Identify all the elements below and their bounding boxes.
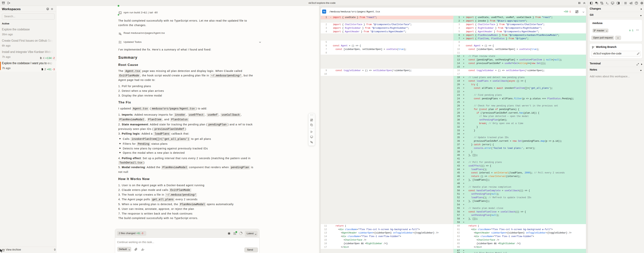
svg-text:TS: TS [323, 11, 326, 13]
